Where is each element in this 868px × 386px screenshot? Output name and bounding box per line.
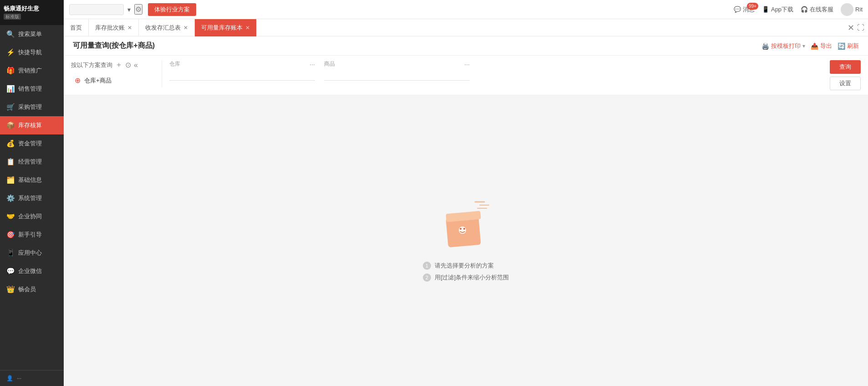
filter-area: 按以下方案查询 ＋ ⊙ « ⊕ 仓库+商品 仓库 ··· (64, 56, 868, 95)
sidebar-item-baseinfo[interactable]: 🗂️ 基础信息 (0, 171, 64, 189)
empty-text-area: 1 请先选择要分析的方案 2 用[过滤]条件来缩小分析范围 (423, 262, 509, 282)
svg-point-6 (460, 228, 462, 230)
scheme-collapse-btn[interactable]: « (134, 61, 138, 69)
product-more-icon[interactable]: ··· (464, 61, 470, 68)
folder-icon: 🗂️ (6, 176, 15, 184)
topbar: ▾ ⚙ 体验行业方案 💬 消息 99+ 📱 App下载 🎧 在线客服 Rit (64, 0, 868, 19)
page-header: 可用量查询(按仓库+商品) 🖨️ 按模板打印 ▾ 📤 导出 🔄 刷新 (64, 36, 868, 56)
sidebar-item-finance[interactable]: 💰 资金管理 (0, 134, 64, 153)
tab-available-stock-label: 可用量库存账本 (201, 24, 243, 32)
sidebar-item-purchase[interactable]: 🛒 采购管理 (0, 98, 64, 116)
sidebar-item-label: 快捷导航 (18, 48, 42, 57)
brand-tag: 标准版 (4, 14, 21, 20)
expand-button[interactable]: ⛶ (857, 24, 864, 32)
sidebar-item-label: 采购管理 (18, 103, 42, 111)
close-tab-button[interactable]: ✕ (848, 23, 854, 33)
sidebar-item-vip[interactable]: 👑 畅会员 (0, 280, 64, 299)
brand-name: 畅康通好生意 (4, 5, 60, 13)
avatar (841, 3, 853, 16)
scheme-item-warehouse-product[interactable]: ⊕ 仓库+商品 (71, 73, 156, 87)
tab-batch-account-close[interactable]: ✕ (127, 25, 132, 31)
tab-receive-summary[interactable]: 收发存汇总表 ✕ (139, 19, 195, 36)
print-label: 按模板打印 (771, 42, 801, 50)
gift-icon: 🎁 (6, 67, 15, 75)
tab-batch-account[interactable]: 库存批次账 ✕ (89, 19, 139, 36)
user-profile-button[interactable]: Rit (841, 3, 863, 16)
online-service-button[interactable]: 🎧 在线客服 (801, 5, 833, 14)
empty-state: 1 请先选择要分析的方案 2 用[过滤]条件来缩小分析范围 (64, 95, 868, 386)
settings-button[interactable]: 设置 (830, 77, 861, 90)
warehouse-label: 仓库 ··· (169, 60, 315, 68)
sidebar-item-operations[interactable]: 📋 经营管理 (0, 153, 64, 171)
crown-icon: 👑 (6, 285, 15, 293)
warehouse-input[interactable] (169, 70, 315, 81)
sidebar-item-label: 销售管理 (18, 85, 42, 93)
export-label: 导出 (820, 42, 832, 50)
tab-home-label: 首页 (70, 24, 82, 32)
cart-icon: 🛒 (6, 103, 15, 111)
username-label: Rit (855, 6, 863, 13)
sidebar-item-shortcut[interactable]: ⚡ 快捷导航 (0, 43, 64, 62)
sidebar-item-label: 企业协同 (18, 212, 42, 221)
page-header-actions: 🖨️ 按模板打印 ▾ 📤 导出 🔄 刷新 (761, 42, 859, 50)
refresh-btn[interactable]: 🔄 刷新 (838, 42, 859, 50)
sidebar-item-marketing[interactable]: 🎁 营销推广 (0, 62, 64, 80)
sidebar-item-guide[interactable]: 🎯 新手引导 (0, 226, 64, 244)
sidebar-footer-label: ··· (17, 375, 21, 381)
add-scheme-btn[interactable]: ＋ (115, 60, 122, 70)
sidebar-item-wechat[interactable]: 💬 企业微信 (0, 262, 64, 280)
filter-conditions: 仓库 ··· 商品 ··· (162, 60, 830, 81)
tab-receive-summary-close[interactable]: ✕ (183, 25, 188, 31)
tab-home[interactable]: 首页 (64, 19, 89, 36)
hint-text-2: 用[过滤]条件来缩小分析范围 (435, 273, 509, 282)
online-service-label: 在线客服 (810, 5, 833, 14)
sidebar-item-appcenter[interactable]: 📱 应用中心 (0, 244, 64, 262)
sidebar-header: 畅康通好生意 标准版 (0, 0, 64, 25)
warehouse-more-icon[interactable]: ··· (310, 61, 315, 68)
topbar-right: 💬 消息 99+ 📱 App下载 🎧 在线客服 Rit (734, 3, 863, 16)
topbar-gear-button[interactable]: ⚙ (134, 4, 142, 15)
query-button[interactable]: 查询 (830, 60, 861, 74)
sidebar-item-system[interactable]: ⚙️ 系统管理 (0, 189, 64, 207)
user-icon: 👤 (6, 375, 13, 381)
industry-btn[interactable]: 体验行业方案 (148, 3, 196, 16)
export-icon: 📤 (811, 42, 818, 50)
filter-schemes: 按以下方案查询 ＋ ⊙ « ⊕ 仓库+商品 (71, 60, 162, 87)
chart-icon: 📊 (6, 85, 15, 93)
product-input[interactable] (324, 70, 470, 81)
scheme-settings-btn[interactable]: ⊙ (125, 61, 131, 69)
sidebar-nav: 🔍 搜索菜单 ⚡ 快捷导航 🎁 营销推广 📊 销售管理 🛒 采购管理 📦 库存核… (0, 25, 64, 370)
refresh-label: 刷新 (847, 42, 859, 50)
headset-icon: 🎧 (801, 6, 808, 13)
scheme-header: 按以下方案查询 ＋ ⊙ « (71, 60, 156, 70)
sidebar-item-label: 企业微信 (18, 267, 42, 275)
sidebar-footer[interactable]: 👤 ··· (0, 370, 64, 386)
topbar-dropdown-button[interactable]: ▾ (127, 6, 131, 13)
print-icon: 🖨️ (761, 42, 769, 50)
sidebar-item-label: 营销推广 (18, 67, 42, 75)
filter-actions: 查询 设置 (830, 60, 861, 90)
sidebar-item-label: 搜索菜单 (18, 30, 42, 38)
tab-batch-account-label: 库存批次账 (95, 24, 125, 32)
scheme-header-label: 按以下方案查询 (71, 61, 112, 69)
message-badge: 99+ (747, 3, 758, 10)
sidebar-item-enterprise[interactable]: 🤝 企业协同 (0, 207, 64, 226)
money-icon: 💰 (6, 139, 15, 148)
sidebar: 畅康通好生意 标准版 🔍 搜索菜单 ⚡ 快捷导航 🎁 营销推广 📊 销售管理 🛒… (0, 0, 64, 386)
sidebar-item-inventory[interactable]: 📦 库存核算 (0, 116, 64, 134)
tab-available-stock-close[interactable]: ✕ (245, 25, 250, 31)
empty-hint-2: 2 用[过滤]条件来缩小分析范围 (423, 273, 509, 282)
hint-num-1: 1 (423, 262, 431, 270)
message-button[interactable]: 💬 消息 99+ (734, 5, 755, 14)
app-download-button[interactable]: 📱 App下载 (762, 5, 793, 14)
print-btn[interactable]: 🖨️ 按模板打印 ▾ (761, 42, 805, 50)
sidebar-item-search[interactable]: 🔍 搜索菜单 (0, 25, 64, 43)
sidebar-item-label: 资金管理 (18, 139, 42, 148)
print-dropdown-icon[interactable]: ▾ (802, 43, 805, 49)
sidebar-item-sales[interactable]: 📊 销售管理 (0, 80, 64, 98)
topbar-search-input[interactable] (69, 4, 124, 15)
scheme-item-label: 仓库+商品 (84, 77, 112, 85)
tab-available-stock[interactable]: 可用量库存账本 ✕ (195, 19, 257, 36)
export-btn[interactable]: 📤 导出 (811, 42, 832, 50)
main-content: ▾ ⚙ 体验行业方案 💬 消息 99+ 📱 App下载 🎧 在线客服 Rit (64, 0, 868, 386)
